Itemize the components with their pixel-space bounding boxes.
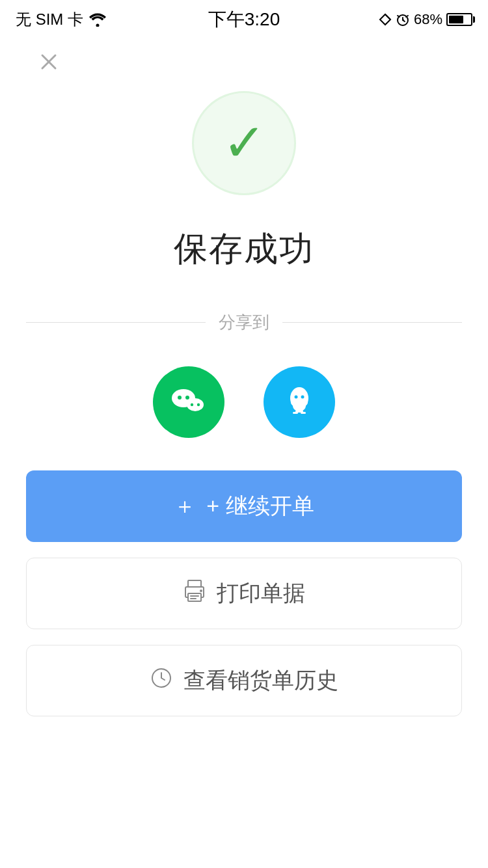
svg-rect-20 — [188, 593, 201, 601]
alarm-icon — [396, 12, 410, 27]
svg-point-23 — [200, 590, 202, 592]
svg-rect-15 — [301, 412, 306, 414]
checkmark-icon: ✓ — [223, 117, 266, 169]
svg-point-11 — [291, 399, 296, 405]
svg-rect-22 — [190, 598, 197, 599]
printer-icon — [183, 579, 206, 608]
svg-rect-14 — [293, 412, 298, 414]
history-label: 查看销货单历史 — [183, 666, 338, 696]
svg-point-8 — [197, 403, 200, 406]
wifi-icon — [88, 12, 107, 27]
qq-share-button[interactable] — [264, 366, 335, 438]
qq-icon — [278, 381, 320, 423]
success-title: 保存成功 — [174, 226, 314, 272]
svg-point-12 — [303, 399, 308, 405]
print-button[interactable]: 打印单据 — [26, 558, 462, 629]
wechat-share-button[interactable] — [153, 366, 224, 438]
success-icon-circle: ✓ — [192, 91, 296, 195]
actions-section: ＋ + 继续开单 打印单据 — [0, 470, 488, 716]
plus-icon: ＋ — [174, 491, 196, 521]
svg-rect-21 — [190, 595, 199, 597]
status-right: 68% — [379, 11, 472, 28]
main-content: ✓ 保存成功 分享到 — [0, 39, 488, 716]
share-icons — [26, 366, 462, 438]
svg-point-17 — [301, 396, 305, 399]
history-icon — [150, 666, 173, 695]
close-button[interactable] — [33, 46, 65, 78]
continue-button[interactable]: ＋ + 继续开单 — [26, 470, 462, 542]
wechat-icon — [168, 381, 210, 423]
battery-percent: 68% — [414, 11, 442, 28]
sim-status: 无 SIM 卡 — [16, 9, 83, 30]
history-button[interactable]: 查看销货单历史 — [26, 645, 462, 716]
svg-point-4 — [178, 396, 182, 400]
status-left: 无 SIM 卡 — [16, 9, 107, 30]
share-section: 分享到 — [0, 311, 488, 438]
svg-point-7 — [191, 403, 193, 406]
status-time: 下午3:20 — [208, 7, 280, 32]
location-icon — [379, 13, 392, 26]
svg-point-5 — [185, 396, 189, 400]
share-label: 分享到 — [219, 311, 269, 334]
continue-label: + 继续开单 — [206, 491, 314, 521]
battery-icon — [446, 13, 472, 26]
svg-point-6 — [187, 398, 204, 411]
print-label: 打印单据 — [217, 578, 305, 608]
status-bar: 无 SIM 卡 下午3:20 68% — [0, 0, 488, 39]
svg-point-16 — [295, 396, 298, 399]
share-divider: 分享到 — [26, 311, 462, 334]
